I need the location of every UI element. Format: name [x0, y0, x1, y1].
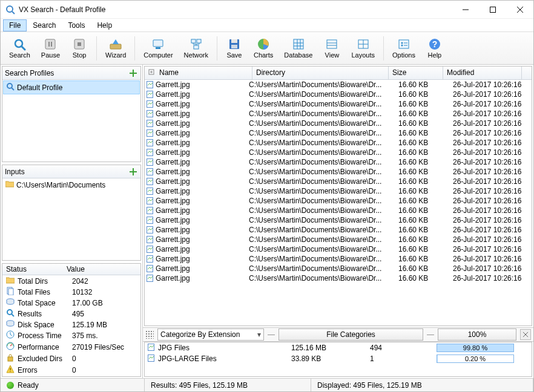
file-name: Garrett.jpg: [156, 235, 249, 244]
toolbar-save-button[interactable]: Save: [221, 33, 248, 64]
menu-help[interactable]: Help: [91, 19, 118, 31]
file-row[interactable]: Garrett.jpgC:\Users\Martin\Documents\Bio…: [145, 99, 532, 109]
chevron-down-icon: ▾: [254, 330, 261, 339]
file-row[interactable]: Garrett.jpgC:\Users\Martin\Documents\Bio…: [145, 167, 532, 177]
input-row[interactable]: C:\Users\Martin\Documents: [3, 179, 140, 191]
toolbar-label: Charts: [254, 51, 273, 59]
titlebar: VX Search - Default Profile: [1, 1, 533, 19]
file-icon: [146, 235, 154, 244]
file-size: 16.60 KB: [398, 235, 453, 244]
toolbar-options-button[interactable]: Options: [387, 33, 420, 64]
svg-rect-82: [147, 256, 153, 263]
file-size: 16.60 KB: [398, 245, 453, 253]
toolbar-network-button[interactable]: Network: [179, 33, 213, 64]
file-size: 16.60 KB: [398, 129, 453, 137]
file-row[interactable]: Garrett.jpgC:\Users\Martin\Documents\Bio…: [145, 244, 532, 254]
toolbar-pause-button[interactable]: Pause: [36, 33, 65, 64]
file-icon: [146, 197, 154, 205]
file-icon: [146, 168, 154, 176]
toolbar-help-button[interactable]: ?Help: [421, 33, 448, 64]
file-row[interactable]: Garrett.jpgC:\Users\Martin\Documents\Bio…: [145, 215, 532, 225]
svg-rect-48: [8, 289, 13, 295]
file-size: 16.60 KB: [398, 168, 453, 176]
category-name: JPG Files: [158, 344, 291, 352]
file-row[interactable]: Garrett.jpgC:\Users\Martin\Documents\Bio…: [145, 119, 532, 128]
toolbar-stop-button[interactable]: Stop: [66, 33, 93, 64]
file-row[interactable]: Garrett.jpgC:\Users\Martin\Documents\Bio…: [145, 177, 532, 186]
charts-icon: [257, 38, 270, 51]
grid-body[interactable]: Garrett.jpgC:\Users\Martin\Documents\Bio…: [145, 80, 532, 325]
maximize-button[interactable]: [479, 1, 506, 18]
file-name: Garrett.jpg: [156, 206, 249, 215]
category-row[interactable]: JPG Files125.16 MB49499.80 %: [145, 342, 532, 353]
stat-value: 27019 Files/Sec: [72, 343, 124, 351]
category-row[interactable]: JPG-LARGE Files33.89 KB10.20 %: [145, 353, 532, 364]
file-directory: C:\Users\Martin\Documents\Bioware\Dr...: [249, 245, 398, 253]
file-modified: 26-Jul-2017 10:26:16: [453, 177, 532, 186]
file-row[interactable]: Garrett.jpgC:\Users\Martin\Documents\Bio…: [145, 264, 532, 273]
file-name: Garrett.jpg: [156, 274, 249, 283]
stat-label: Results: [18, 310, 72, 318]
file-row[interactable]: Garrett.jpgC:\Users\Martin\Documents\Bio…: [145, 254, 532, 264]
file-size: 16.60 KB: [398, 264, 453, 273]
view-icon: [325, 38, 338, 51]
file-modified: 26-Jul-2017 10:26:16: [453, 216, 532, 224]
categorize-dropdown[interactable]: Categorize By Extension ▾: [157, 328, 264, 341]
toolbar-charts-button[interactable]: Charts: [249, 33, 278, 64]
toolbar-label: Layouts: [351, 51, 375, 59]
col-header-size[interactable]: Size: [389, 67, 443, 79]
file-size: 16.60 KB: [398, 158, 453, 166]
network-icon: [190, 38, 203, 51]
divider: —: [427, 330, 434, 339]
layouts-icon: [357, 38, 370, 51]
toolbar-database-button[interactable]: Database: [279, 33, 317, 64]
header-expand-icon[interactable]: [145, 67, 156, 79]
file-row[interactable]: Garrett.jpgC:\Users\Martin\Documents\Bio…: [145, 109, 532, 119]
file-row[interactable]: Garrett.jpgC:\Users\Martin\Documents\Bio…: [145, 235, 532, 244]
toolbar-layouts-button[interactable]: Layouts: [346, 33, 380, 64]
file-modified: 26-Jul-2017 10:26:16: [453, 206, 532, 215]
stat-value: 0: [72, 354, 76, 363]
minimize-button[interactable]: [452, 1, 479, 18]
file-row[interactable]: Garrett.jpgC:\Users\Martin\Documents\Bio…: [145, 80, 532, 90]
file-modified: 26-Jul-2017 10:26:16: [453, 168, 532, 176]
file-icon: [146, 206, 154, 215]
file-row[interactable]: Garrett.jpgC:\Users\Martin\Documents\Bio…: [145, 157, 532, 167]
add-profile-icon[interactable]: [128, 68, 138, 78]
file-row[interactable]: Garrett.jpgC:\Users\Martin\Documents\Bio…: [145, 186, 532, 196]
toolbar-view-button[interactable]: View: [318, 33, 345, 64]
file-row[interactable]: Garrett.jpgC:\Users\Martin\Documents\Bio…: [145, 225, 532, 235]
file-row[interactable]: Garrett.jpgC:\Users\Martin\Documents\Bio…: [145, 273, 532, 283]
file-row[interactable]: Garrett.jpgC:\Users\Martin\Documents\Bio…: [145, 196, 532, 206]
file-categories-button[interactable]: File Categories: [279, 328, 423, 341]
close-categories-icon[interactable]: [520, 329, 531, 340]
toolbar-computer-button[interactable]: Computer: [139, 33, 177, 64]
profile-row-default[interactable]: Default Profile: [3, 80, 140, 94]
col-header-name[interactable]: Name: [156, 67, 252, 79]
file-row[interactable]: Garrett.jpgC:\Users\Martin\Documents\Bio…: [145, 128, 532, 138]
database-icon: [292, 38, 305, 51]
svg-rect-13: [110, 44, 121, 49]
toolbar-search-button[interactable]: Search: [4, 33, 35, 64]
toolbar-wizard-button[interactable]: Wizard: [101, 33, 131, 64]
file-row[interactable]: Garrett.jpgC:\Users\Martin\Documents\Bio…: [145, 138, 532, 148]
menu-file[interactable]: File: [3, 19, 27, 31]
svg-rect-20: [231, 39, 237, 43]
file-directory: C:\Users\Martin\Documents\Bioware\Dr...: [249, 100, 398, 108]
menu-tools[interactable]: Tools: [62, 19, 91, 31]
lock-icon: [5, 353, 15, 364]
svg-point-50: [7, 310, 12, 315]
file-modified: 26-Jul-2017 10:26:16: [453, 264, 532, 273]
ready-orb-icon: [7, 382, 14, 389]
close-button[interactable]: [506, 1, 533, 18]
toolbar-separator: [217, 36, 217, 60]
file-row[interactable]: Garrett.jpgC:\Users\Martin\Documents\Bio…: [145, 148, 532, 157]
file-row[interactable]: Garrett.jpgC:\Users\Martin\Documents\Bio…: [145, 206, 532, 215]
file-name: Garrett.jpg: [156, 109, 249, 118]
file-row[interactable]: Garrett.jpgC:\Users\Martin\Documents\Bio…: [145, 90, 532, 99]
svg-line-44: [12, 88, 14, 90]
col-header-directory[interactable]: Directory: [252, 67, 389, 79]
menu-search[interactable]: Search: [27, 19, 62, 31]
add-input-icon[interactable]: [128, 167, 138, 177]
col-header-modified[interactable]: Modified: [443, 67, 522, 79]
